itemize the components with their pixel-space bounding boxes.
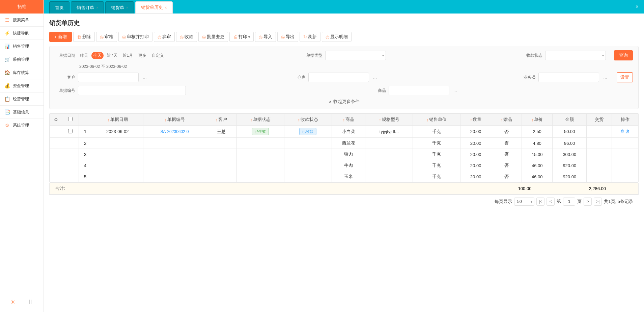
date-tag-yesterday[interactable]: 昨天: [78, 52, 90, 59]
pay-status-select[interactable]: [545, 51, 606, 60]
import-button[interactable]: ◎ 导入: [255, 32, 276, 42]
cell-docno[interactable]: [143, 138, 206, 149]
tab-home[interactable]: 首页: [49, 1, 69, 14]
batch-change-button[interactable]: ◎ 批量变更: [198, 32, 228, 42]
page-number-input[interactable]: [563, 198, 575, 206]
goods-label: 商品: [366, 88, 386, 94]
cell-action[interactable]: [612, 160, 638, 171]
th-pay-status[interactable]: ↕收款状态: [284, 114, 332, 126]
sidebar-item-basic-info[interactable]: 📑 基础信息: [0, 106, 44, 119]
th-date[interactable]: ↕单据日期: [92, 114, 143, 126]
audit-button[interactable]: ◎ 审核: [96, 32, 117, 42]
th-customer[interactable]: ↕客户: [206, 114, 237, 126]
employee-dots[interactable]: ...: [602, 75, 609, 80]
print-button[interactable]: 🖨 打印 ▾: [229, 32, 254, 42]
th-goods[interactable]: ↕商品: [332, 114, 365, 126]
date-tag-today[interactable]: 今天: [91, 52, 104, 59]
cell-docno[interactable]: [143, 160, 206, 171]
th-docno[interactable]: ↕单据编号: [143, 114, 206, 126]
th-price[interactable]: ↕单价: [522, 114, 553, 126]
sidebar-item-inventory[interactable]: 🏠 库存核算: [0, 66, 44, 79]
sidebar-item-quick-nav[interactable]: ⚡ 快捷导航: [0, 27, 44, 40]
collect-button[interactable]: ◎ 收款: [176, 32, 197, 42]
sidebar-item-label: 快捷导航: [13, 30, 29, 36]
abandon-button[interactable]: ◎ 弃审: [154, 32, 175, 42]
th-qty[interactable]: ↕数量: [460, 114, 491, 126]
sidebar-item-finance[interactable]: 💰 资金管理: [0, 79, 44, 93]
sidebar-item-label: 系统管理: [13, 123, 29, 128]
first-page-button[interactable]: |<: [536, 198, 544, 206]
sidebar-bottom-icon1[interactable]: ☀: [10, 298, 16, 306]
collapse-button[interactable]: ∧ 收起更多条件: [55, 99, 633, 105]
tab-sales-goods-close[interactable]: ×: [126, 6, 128, 9]
sidebar-bottom-icon2[interactable]: ⏸: [27, 298, 33, 306]
sidebar-item-search-menu[interactable]: ☰ 搜索菜单: [0, 14, 44, 27]
sort-icon: ↕: [501, 117, 503, 122]
sidebar-item-operation[interactable]: 📋 经营管理: [0, 93, 44, 106]
cell-docno[interactable]: [143, 171, 206, 182]
warehouse-dots[interactable]: ...: [372, 75, 379, 80]
th-settings[interactable]: ⚙: [50, 114, 62, 126]
th-spec[interactable]: ↕规格型号: [365, 114, 413, 126]
cell-date: [92, 160, 143, 171]
cell-action[interactable]: [612, 171, 638, 182]
prev-page-button[interactable]: <: [547, 198, 555, 206]
page-body: 销货单历史 + 新增 🗑 删除 ◎ 审核 ◎ 审核并打印 ◎ 弃审: [44, 14, 644, 312]
docno-input[interactable]: [78, 86, 186, 95]
per-page-select[interactable]: 50 100: [514, 198, 534, 206]
employee-input[interactable]: [538, 73, 599, 82]
row-checkbox[interactable]: [68, 129, 73, 133]
cell-unit: 千克: [413, 126, 460, 138]
delete-button[interactable]: 🗑 删除: [73, 32, 95, 42]
edit-action[interactable]: 改: [625, 129, 629, 134]
cell-settings: [50, 126, 62, 138]
customer-dots[interactable]: ...: [141, 75, 148, 80]
last-page-button[interactable]: >|: [594, 198, 602, 206]
th-gift[interactable]: ↕赠品: [491, 114, 522, 126]
cell-amount: 50.00: [553, 126, 587, 138]
new-button[interactable]: + 新增: [49, 32, 72, 42]
tab-sales-goods[interactable]: 销货单 ×: [105, 1, 134, 14]
cell-action[interactable]: [612, 138, 638, 149]
goods-dots[interactable]: ...: [452, 88, 459, 93]
customer-input[interactable]: [78, 73, 139, 82]
next-page-button[interactable]: >: [584, 198, 592, 206]
show-detail-button[interactable]: ◎ 显示明细: [322, 32, 352, 42]
cell-docno[interactable]: SA-20230602-0: [143, 126, 206, 138]
window-close-button[interactable]: ×: [636, 4, 639, 10]
docno-link[interactable]: SA-20230602-0: [160, 129, 189, 134]
sidebar-item-system-mgmt[interactable]: ⚙ 系统管理: [0, 119, 44, 132]
tab-sales-order-close[interactable]: ×: [96, 6, 98, 9]
date-tag-7days[interactable]: 近7天: [105, 52, 119, 59]
view-action[interactable]: 查: [620, 129, 624, 134]
date-tag-more[interactable]: 更多: [136, 52, 148, 59]
cell-goods: 玉米: [332, 171, 365, 182]
app-header: 首页 销售订单 × 销货单 × 销货单历史 × ×: [44, 0, 644, 14]
date-tag-custom[interactable]: 自定义: [150, 52, 166, 59]
select-all-checkbox[interactable]: [68, 117, 73, 121]
tab-sales-order[interactable]: 销售订单 ×: [71, 1, 104, 14]
tab-sales-history[interactable]: 销货单历史 ×: [135, 1, 173, 14]
th-doc-status[interactable]: ↕单据状态: [237, 114, 284, 126]
tab-sales-history-close[interactable]: ×: [165, 6, 167, 9]
cell-action[interactable]: [612, 149, 638, 160]
export-button[interactable]: ◎ 导出: [277, 32, 298, 42]
goods-input[interactable]: [389, 86, 449, 95]
audit-print-button[interactable]: ◎ 审核并打印: [118, 32, 152, 42]
warehouse-input[interactable]: [308, 73, 369, 82]
refresh-button[interactable]: ↻ 刷新: [300, 32, 320, 42]
date-tag-1month[interactable]: 近1月: [121, 52, 135, 59]
sidebar-item-label: 搜索菜单: [13, 17, 29, 23]
cell-date: 2023-06-02: [92, 126, 143, 138]
query-button[interactable]: 查询: [614, 50, 633, 60]
abandon-icon: ◎: [158, 34, 161, 40]
type-select[interactable]: [325, 51, 386, 60]
cell-action[interactable]: 查 改: [612, 126, 638, 138]
th-unit[interactable]: ↕销售单位: [413, 114, 460, 126]
settings-button[interactable]: 设置: [617, 72, 633, 82]
sidebar-item-sales-mgmt[interactable]: 📊 销售管理: [0, 40, 44, 53]
cell-docno[interactable]: [143, 149, 206, 160]
sidebar-item-label: 采购管理: [13, 57, 29, 62]
cell-settings: [50, 160, 62, 171]
sidebar-item-purchase-mgmt[interactable]: 🛒 采购管理: [0, 53, 44, 66]
